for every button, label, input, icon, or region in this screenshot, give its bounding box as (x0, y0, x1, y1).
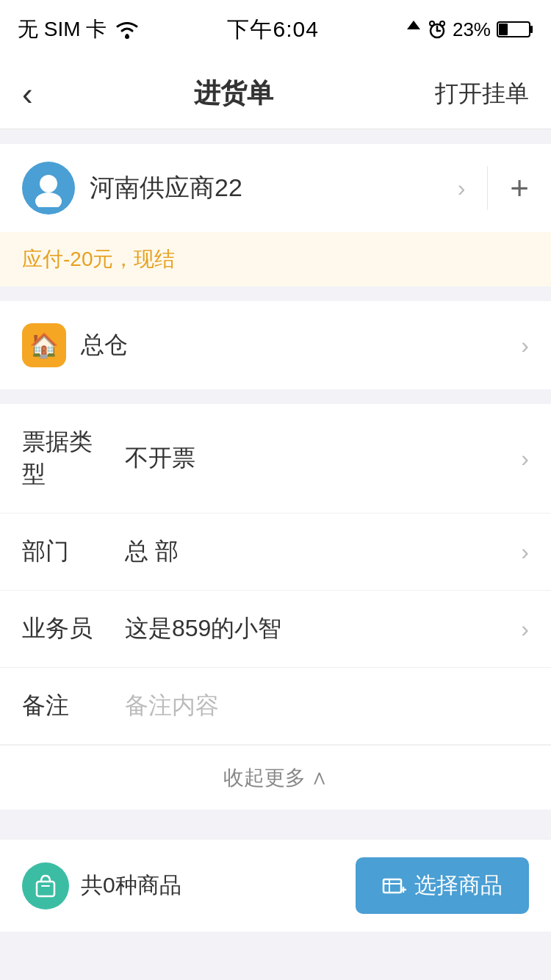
supplier-section: 河南供应商22 › + 应付-20元，现结 (0, 144, 551, 287)
page-title: 进货单 (194, 76, 273, 112)
section-gap-3 (0, 389, 551, 404)
warehouse-label: 总仓 (81, 329, 521, 361)
supplier-row[interactable]: 河南供应商22 › + (0, 144, 551, 232)
battery-text: 23% (453, 18, 491, 41)
section-gap-1 (0, 129, 551, 144)
sales-chevron-icon: › (521, 616, 529, 643)
location-icon (406, 19, 422, 40)
invoice-value: 不开票 (125, 442, 521, 475)
notice-bar: 应付-20元，现结 (0, 232, 551, 287)
cart-plus-icon (382, 873, 407, 898)
dept-value: 总 部 (125, 536, 521, 568)
warehouse-section: 🏠 总仓 › (0, 301, 551, 389)
collapse-button[interactable]: 收起更多 ∧ (223, 766, 328, 789)
warehouse-chevron-icon: › (521, 332, 529, 359)
avatar (22, 162, 75, 215)
invoice-chevron-icon: › (521, 445, 529, 472)
nav-bar: ‹ 进货单 打开挂单 (0, 59, 551, 129)
select-goods-label: 选择商品 (414, 871, 503, 901)
remark-row[interactable]: 备注 备注内容 (0, 668, 551, 745)
sales-value: 这是859的小智 (125, 613, 521, 645)
supplier-chevron-icon: › (458, 175, 466, 202)
svg-point-0 (125, 35, 129, 39)
supplier-right: › + (458, 166, 529, 210)
warehouse-row[interactable]: 🏠 总仓 › (0, 301, 551, 389)
dept-row[interactable]: 部门 总 部 › (0, 514, 551, 591)
add-supplier-icon[interactable]: + (510, 170, 529, 206)
status-left: 无 SIM 卡 (18, 15, 140, 43)
battery-icon (497, 20, 533, 39)
vertical-divider (487, 166, 488, 210)
sales-row[interactable]: 业务员 这是859的小智 › (0, 591, 551, 668)
person-icon (29, 169, 68, 207)
section-gap-4 (0, 810, 551, 824)
open-pending-button[interactable]: 打开挂单 (435, 78, 529, 110)
signal-text: 无 SIM 卡 (18, 15, 107, 43)
sales-label: 业务员 (22, 613, 110, 645)
invoice-label: 票据类型 (22, 426, 110, 491)
svg-point-10 (35, 192, 62, 207)
page-filler (0, 932, 551, 980)
status-time: 下午6:04 (227, 15, 318, 45)
invoice-row[interactable]: 票据类型 不开票 › (0, 404, 551, 514)
goods-count-text: 共0种商品 (81, 871, 181, 901)
collapse-row[interactable]: 收起更多 ∧ (0, 745, 551, 810)
remark-label: 备注 (22, 690, 110, 722)
goods-count-wrap: 共0种商品 (22, 862, 181, 909)
warehouse-icon: 🏠 (29, 331, 59, 359)
remark-input[interactable]: 备注内容 (125, 690, 529, 722)
svg-rect-11 (37, 882, 54, 896)
goods-icon-wrap (22, 862, 69, 909)
svg-point-4 (430, 21, 434, 26)
svg-rect-7 (499, 24, 508, 35)
back-button[interactable]: ‹ (22, 76, 33, 112)
select-goods-button[interactable]: 选择商品 (356, 857, 529, 914)
supplier-name: 河南供应商22 (90, 171, 458, 205)
svg-point-9 (40, 175, 57, 192)
warehouse-icon-wrap: 🏠 (22, 323, 66, 367)
svg-point-5 (440, 21, 444, 26)
section-gap-2 (0, 287, 551, 301)
svg-rect-8 (530, 26, 533, 33)
svg-rect-13 (383, 879, 401, 893)
notice-text: 应付-20元，现结 (22, 248, 175, 270)
form-section: 票据类型 不开票 › 部门 总 部 › 业务员 这是859的小智 › 备注 备注… (0, 404, 551, 810)
alarm-icon (428, 19, 447, 40)
dept-chevron-icon: › (521, 538, 529, 566)
shopping-bag-icon (32, 873, 59, 899)
wifi-icon (114, 19, 140, 40)
dept-label: 部门 (22, 536, 110, 568)
status-right: 23% (406, 18, 533, 41)
status-bar: 无 SIM 卡 下午6:04 23% (0, 0, 551, 59)
bottom-bar: 共0种商品 选择商品 (0, 839, 551, 932)
